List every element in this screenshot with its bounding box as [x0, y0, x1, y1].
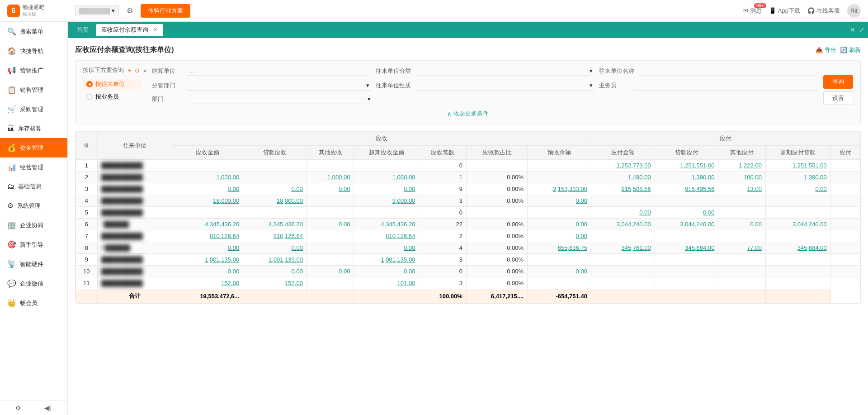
wechat-icon: 💬	[7, 279, 16, 288]
gear-icon[interactable]: ⚙	[123, 4, 137, 18]
filter-salesperson-input[interactable]: ...	[634, 81, 818, 91]
filter-unit-nature-select[interactable]: ▾	[415, 81, 594, 91]
sidebar-item-operation[interactable]: 📊 经营管理	[0, 157, 67, 177]
logo-badge: 标准版	[23, 11, 44, 18]
filter-add-icon[interactable]: +	[127, 67, 131, 74]
window-expand-icon[interactable]: ⤢	[859, 26, 864, 33]
sidebar-item-basic[interactable]: 🗂 基础信息	[0, 177, 67, 196]
sidebar-label-finance: 资金管理	[20, 144, 43, 152]
logo-icon: 6	[7, 5, 20, 17]
footer-empty4	[354, 289, 419, 303]
sidebar-label-search-menu: 搜索菜单	[20, 28, 43, 36]
service-label: 在线客服	[816, 7, 840, 15]
unit-name-cell: ██████████	[97, 172, 172, 183]
col-prepay: 预收余额	[528, 146, 591, 160]
collapse-row: ∧ 收起更多条件	[83, 108, 853, 119]
filter-header: 按以下方案查询 + ⊙ «	[83, 66, 146, 74]
filter-label-unit-nature: 往来单位性质	[376, 81, 411, 90]
guide-icon: 🎯	[7, 240, 16, 249]
filter-collapse-icon[interactable]: «	[143, 67, 146, 74]
sidebar-item-finance[interactable]: 💰 资金管理	[0, 138, 67, 157]
table-gear-icon[interactable]: ⚙	[80, 142, 94, 149]
filter-settlement-input[interactable]: ...	[187, 66, 371, 76]
set-button[interactable]: 设置	[823, 91, 853, 105]
sidebar-label-guide: 新手引导	[20, 241, 43, 249]
export-button[interactable]: 📤 导出	[816, 46, 836, 54]
sidebar-item-guide[interactable]: 🎯 新手引导	[0, 235, 67, 254]
footer-label: 合计	[97, 289, 172, 303]
basic-icon: 🗂	[7, 182, 14, 191]
table-row: 1██████████01,252,773.001,251,551.001,22…	[76, 160, 860, 172]
filter-department-select[interactable]: ▾	[187, 94, 373, 104]
col-header-unit: 往来单位	[97, 132, 172, 160]
system-icon: ⚙	[7, 201, 14, 210]
logo-text: 畅捷通吧	[23, 4, 44, 11]
sidebar-label-purchase: 采购管理	[20, 105, 43, 114]
sidebar-item-sales[interactable]: 📋 销售管理	[0, 80, 67, 100]
unit-name-cell: ██████████	[97, 195, 172, 207]
sidebar-item-inventory[interactable]: 🏛 库存核算	[0, 119, 67, 138]
filter-row-unit-nature: 往来单位性质 ▾	[376, 81, 594, 91]
footer-empty8	[765, 289, 830, 303]
sidebar-item-marketing[interactable]: 📢 营销推广	[0, 61, 67, 80]
app-download-button[interactable]: 📱 App下载	[769, 7, 800, 15]
filter-option-unit[interactable]: 按往来单位	[83, 79, 141, 90]
tab-ar-query[interactable]: 应收应付余额查询 ✕	[96, 24, 163, 36]
tab-home-label: 首页	[77, 26, 89, 33]
data-table: ⚙ 往来单位 应收 应付 应收金额 贷款应收 其他应收 超期应收金额 应收笔数 …	[75, 131, 860, 303]
filter-settings-icon[interactable]: ⊙	[135, 67, 140, 74]
unit-name-cell: ██████████	[97, 230, 172, 242]
filter-row-department: 部门 ▾	[152, 94, 373, 104]
service-icon: 🎧	[807, 7, 815, 14]
filter-header-label: 按以下方案查询	[83, 66, 124, 74]
company-selector[interactable]: ████████ ▾	[75, 5, 119, 16]
solution-button[interactable]: 体验行业方案	[141, 4, 190, 18]
online-service-button[interactable]: 🎧 在线客服	[807, 7, 840, 15]
sidebar-item-purchase[interactable]: 🛒 采购管理	[0, 100, 67, 119]
sidebar-label-system: 系统管理	[17, 202, 41, 210]
refresh-button[interactable]: 🔄 刷新	[840, 46, 861, 54]
avatar[interactable]: Rit	[847, 4, 861, 18]
sidebar-settings-icon[interactable]: ⚙	[15, 405, 21, 411]
corp-icon: 🏢	[7, 221, 16, 229]
sidebar-item-member[interactable]: 👑 畅会员	[0, 293, 67, 313]
tab-home[interactable]: 首页	[71, 24, 94, 36]
page-actions: 📤 导出 🔄 刷新	[816, 46, 861, 54]
filter-label-settlement: 结算单位	[152, 67, 184, 75]
footer-empty3	[307, 289, 354, 303]
sidebar-item-system[interactable]: ⚙ 系统管理	[0, 196, 67, 215]
unit-name-cell: ██████████	[97, 254, 172, 266]
filter-dept-select[interactable]: ▾	[187, 81, 371, 91]
table-row: 2██████████1,000.001,000.001,000.0010.00…	[76, 172, 860, 183]
sidebar-item-corp[interactable]: 🏢 企业协同	[0, 215, 67, 235]
col-ap-amount: 应付金额	[591, 146, 655, 160]
sidebar-item-wechat[interactable]: 💬 企业微信	[0, 274, 67, 293]
filter-label-dept: 分管部门	[152, 81, 184, 90]
quick-nav-icon: 🏠	[7, 47, 16, 55]
sidebar-item-search-menu[interactable]: 🔍 搜索菜单	[0, 22, 67, 41]
collapse-label: 收起更多条件	[453, 110, 489, 118]
company-name: ████████	[79, 8, 110, 14]
sidebar-item-quick-nav[interactable]: 🏠 快捷导航	[0, 41, 67, 61]
collapse-button[interactable]: ∧ 收起更多条件	[447, 110, 489, 118]
header-right: ✉ 消息 99+ 📱 App下载 🎧 在线客服 Rit	[743, 4, 861, 18]
tab-close-icon[interactable]: ✕	[153, 26, 158, 33]
col-ar-other: 其他应收	[307, 146, 354, 160]
unit-name-cell: ██████████	[97, 266, 172, 277]
filter-unit-category-select[interactable]: ▾	[415, 66, 594, 76]
table-row: 6^██████4,345,436.204,345,436.200.004,34…	[76, 219, 860, 230]
window-close-icon[interactable]: ✕	[850, 26, 855, 33]
unit-name-cell: ██████████	[97, 277, 172, 289]
app-label: App下载	[778, 7, 800, 15]
user-name: Rit	[850, 7, 858, 14]
filter-unit-name-input[interactable]	[638, 66, 818, 76]
unit-name-cell: P██████	[97, 242, 172, 254]
sidebar: 🔍 搜索菜单 🏠 快捷导航 📢 营销推广 📋 销售管理 🛒 采购管理 🏛 库存核…	[0, 22, 68, 415]
sidebar-collapse-icon[interactable]: ◀‖	[44, 405, 52, 411]
filter-option-salesperson[interactable]: 按业务员	[83, 91, 141, 102]
sidebar-item-hardware[interactable]: 📡 智能硬件	[0, 254, 67, 274]
refresh-label: 刷新	[849, 46, 861, 54]
chevron-down-unit-nature-icon: ▾	[590, 82, 593, 89]
query-button[interactable]: 查询	[823, 75, 853, 89]
message-button[interactable]: ✉ 消息 99+	[743, 7, 762, 15]
